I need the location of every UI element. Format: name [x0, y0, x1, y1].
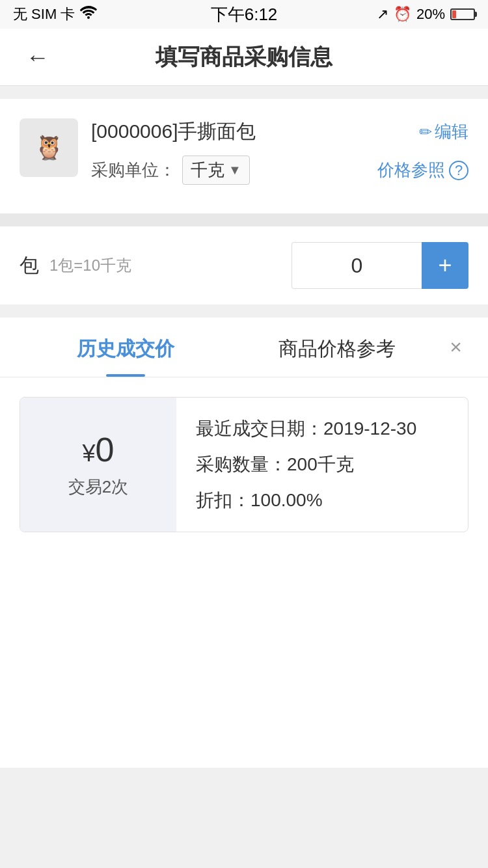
tab-product-price-ref[interactable]: 商品价格参考: [232, 318, 444, 377]
tab-content-area: ¥0 交易2次 最近成交日期：2019-12-30 采购数量：200千克 折扣：…: [0, 377, 488, 768]
alarm-icon: ⏰: [394, 6, 411, 23]
price-ref-label: 价格参照: [377, 159, 445, 182]
quantity-plus-button[interactable]: +: [422, 242, 468, 289]
tab-history-price[interactable]: 历史成交价: [20, 318, 232, 377]
quantity-row: 包 1包=10千克 +: [0, 226, 488, 305]
nav-bar: ← 填写商品采购信息: [0, 29, 488, 86]
tab-section: 历史成交价 商品价格参考 × ¥0 交易2次 最近成交日期：2019-12-30: [0, 318, 488, 768]
page-title: 填写商品采购信息: [156, 42, 332, 72]
status-left: 无 SIM 卡: [13, 5, 97, 24]
price-trade-count: 交易2次: [68, 476, 128, 498]
status-time: 下午6:12: [211, 3, 278, 26]
carrier-text: 无 SIM 卡: [13, 5, 75, 24]
product-info: [0000006]手撕面包 ✏ 编辑 采购单位： 千克 ▼ 价格参照: [91, 118, 468, 185]
product-thumbnail-icon: 🦉: [34, 134, 64, 161]
price-recent-date: 最近成交日期：2019-12-30: [196, 416, 448, 441]
price-card-right: 最近成交日期：2019-12-30 采购数量：200千克 折扣：100.00%: [176, 398, 468, 532]
unit-label: 采购单位：: [91, 159, 176, 182]
edit-link[interactable]: ✏ 编辑: [419, 120, 468, 143]
price-purchase-qty: 采购数量：200千克: [196, 452, 448, 477]
quantity-unit-badge: 包: [20, 252, 39, 279]
product-unit-row: 采购单位： 千克 ▼ 价格参照 ?: [91, 156, 468, 185]
price-card-area: ¥0 交易2次 最近成交日期：2019-12-30 采购数量：200千克 折扣：…: [0, 377, 488, 552]
price-card: ¥0 交易2次 最近成交日期：2019-12-30 采购数量：200千克 折扣：…: [20, 397, 468, 532]
quantity-label-area: 包 1包=10千克: [20, 252, 278, 279]
tab-close-button[interactable]: ×: [443, 322, 468, 372]
product-card: 🦉 [0000006]手撕面包 ✏ 编辑 采购单位： 千克 ▼: [0, 99, 488, 213]
battery-percent-text: 20%: [416, 6, 445, 23]
battery-icon: [450, 8, 475, 20]
status-right: ↗ ⏰ 20%: [377, 6, 475, 23]
back-button[interactable]: ←: [20, 37, 56, 77]
product-name: [0000006]手撕面包: [91, 118, 256, 145]
unit-select[interactable]: 千克 ▼: [182, 156, 250, 185]
quantity-unit-desc: 1包=10千克: [49, 255, 131, 276]
price-ref-link[interactable]: 价格参照 ?: [377, 159, 468, 182]
edit-label: 编辑: [435, 120, 468, 143]
help-icon[interactable]: ?: [449, 161, 468, 180]
quantity-input[interactable]: [291, 242, 422, 289]
location-icon: ↗: [377, 6, 388, 23]
wifi-icon: [80, 6, 97, 23]
unit-value: 千克: [191, 159, 224, 182]
section-divider: [0, 213, 488, 226]
unit-dropdown-arrow: ▼: [228, 163, 241, 178]
price-discount: 折扣：100.00%: [196, 487, 448, 513]
product-header: 🦉 [0000006]手撕面包 ✏ 编辑 采购单位： 千克 ▼: [20, 118, 468, 185]
edit-icon: ✏: [419, 123, 432, 141]
product-thumbnail: 🦉: [20, 118, 78, 177]
quantity-input-area: +: [291, 242, 468, 289]
status-bar: 无 SIM 卡 下午6:12 ↗ ⏰ 20%: [0, 0, 488, 29]
tab-header: 历史成交价 商品价格参考 ×: [0, 318, 488, 377]
price-card-left: ¥0 交易2次: [20, 398, 176, 532]
price-amount: ¥0: [83, 430, 115, 469]
product-name-row: [0000006]手撕面包 ✏ 编辑: [91, 118, 468, 145]
price-currency: ¥: [83, 440, 96, 467]
